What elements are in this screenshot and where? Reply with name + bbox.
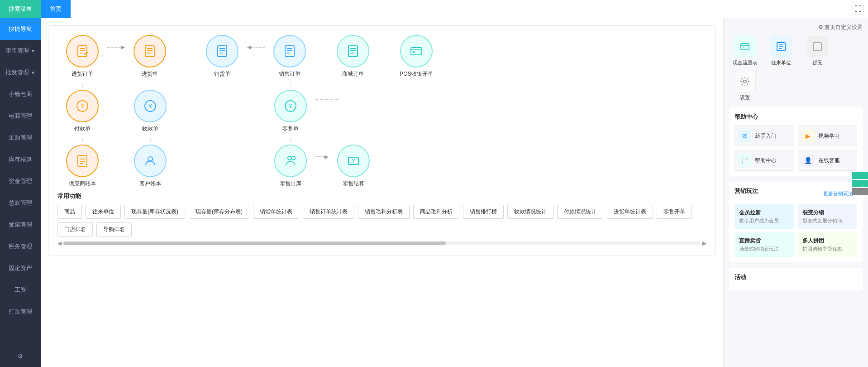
svg-text:¥: ¥ [288,102,292,110]
marketing-member[interactable]: 会员拉新 吸引用户成为会员 [734,204,794,229]
activity-card: 活动 [729,268,863,291]
svg-text:¥: ¥ [351,158,355,164]
sidebar: 快捷导航 零售管理▼ 批发管理▼ 小畅电商 电商管理 采购管理 库存核算 资金管… [0,18,41,367]
fullscreen-button[interactable]: ⛶ [853,4,863,14]
help-item-helpcenter[interactable]: 📄 帮助中心 [734,150,794,171]
flow-node-retail[interactable]: ¥ 零售单 [266,90,315,133]
sidebar-item-ledger[interactable]: 总账管理 [0,192,41,214]
svg-point-35 [291,156,295,160]
flow-node-shop-order[interactable]: 商城订单 [328,35,378,78]
common-btn-4[interactable]: 销货单统计表 [253,205,299,219]
play-icon: ▶ [802,130,815,142]
common-btn-1[interactable]: 往来单位 [86,205,121,219]
flow-node-sales[interactable]: 销货单 [197,35,247,78]
quick-icon-settings[interactable]: 设置 [729,71,761,101]
scroll-left[interactable]: ◀ [57,240,62,246]
common-btn-14[interactable]: 导购排名 [96,222,132,237]
main-panel: 进货订单 ▶ 进货单 [41,18,723,367]
svg-point-34 [288,156,291,160]
common-btn-6[interactable]: 销售毛利分析表 [358,205,410,219]
sidebar-item-finance[interactable]: 资金管理 [0,170,41,192]
svg-text:¥: ¥ [80,102,84,110]
float-buttons: 客服热线 服务社区 桌面快捷 [852,172,868,195]
marketing-group[interactable]: 多人拼团 拼团购物享受优惠 [798,232,858,257]
common-btn-10[interactable]: 付款情况统计 [557,205,603,219]
float-btn-community[interactable]: 服务社区 [852,180,868,187]
flow-diagram: 进货订单 ▶ 进货单 [48,25,716,256]
doc-icon: 📄 [739,154,751,167]
sidebar-item-purchase[interactable]: 采购管理 [0,127,41,149]
sidebar-item-tax[interactable]: 税务管理 [0,236,41,257]
common-btn-12[interactable]: 零售开单 [657,205,692,219]
scrollbar: ◀ ▶ [57,240,706,246]
common-btn-3[interactable]: 现存量(库存分布表) [189,205,249,219]
common-btn-11[interactable]: 进货单统计表 [607,205,653,219]
scroll-right[interactable]: ▶ [702,240,706,246]
marketing-header: 营销玩法 更多营销玩法 > [734,187,857,200]
svg-rect-45 [813,43,821,51]
sidebar-item-quicknav[interactable]: 快捷导航 [0,18,41,40]
marketing-title: 营销玩法 [734,187,758,195]
quick-icon-none[interactable]: 暂无 [801,36,833,66]
flow-node-pos[interactable]: POS收银开单 [391,35,441,78]
sidebar-item-ecommerce[interactable]: 电商管理 [0,105,41,127]
common-btn-2[interactable]: 现存量(库存状况表) [124,205,185,219]
mail-icon: ✉ [739,130,751,142]
help-center-card: 帮助中心 ✉ 新手入门 ▶ 视频学习 📄 帮助中心 👤 [729,107,863,176]
common-btn-0[interactable]: 商品 [57,205,82,219]
help-center-title: 帮助中心 [734,113,857,121]
common-btn-9[interactable]: 收款情况统计 [507,205,553,219]
customize-header[interactable]: ⚙ 首页自定义设置 [729,24,863,31]
sidebar-item-retail[interactable]: 零售管理▼ [0,40,41,62]
flow-node-purchase[interactable]: 进货单 [125,35,175,78]
sidebar-item-salary[interactable]: 工资 [0,279,41,301]
quick-icon-cashflow[interactable]: 现金流量表 [729,36,761,66]
sidebar-settings[interactable]: ⚙ [0,345,41,367]
quick-nav-icons: 现金流量表 往来单位 暂无 [729,36,863,101]
flow-node-receipt[interactable]: ¥ 收款单 [125,90,175,133]
flow-node-customer-ledger[interactable]: 客户账本 [125,145,175,188]
activity-title: 活动 [734,273,857,281]
common-title: 常用功能 [57,192,706,200]
float-btn-desktop[interactable]: 桌面快捷 [852,188,868,195]
flow-node-payment[interactable]: ¥ 付款单 [57,90,107,133]
sidebar-item-ecommerce-small[interactable]: 小畅电商 [0,83,41,105]
quick-icon-contacts[interactable]: 往来单位 [765,36,797,66]
common-btn-7[interactable]: 商品毛利分析 [413,205,459,219]
common-btn-8[interactable]: 销售排行榜 [463,205,504,219]
sidebar-item-invoice[interactable]: 发票管理 [0,214,41,236]
sidebar-item-wholesale[interactable]: 批发管理▼ [0,62,41,83]
help-grid: ✉ 新手入门 ▶ 视频学习 📄 帮助中心 👤 在线客服 [734,126,857,171]
common-section: 常用功能 商品 往来单位 现存量(库存状况表) 现存量(库存分布表) 销货单统计… [57,192,706,237]
right-panel: ⚙ 首页自定义设置 现金流量表 往来单位 [723,18,868,367]
svg-rect-22 [413,51,415,53]
sidebar-item-assets[interactable]: 固定资产 [0,257,41,279]
common-btn-5[interactable]: 销售订单统计表 [303,205,354,219]
help-item-beginner[interactable]: ✉ 新手入门 [734,126,794,146]
svg-point-46 [744,80,746,83]
help-item-online-service[interactable]: 👤 在线客服 [798,150,858,171]
sidebar-item-admin[interactable]: 行政管理 [0,301,41,323]
svg-rect-20 [411,48,422,55]
tab-home[interactable]: 首页 [41,0,71,18]
flow-node-purchase-order[interactable]: 进货订单 [57,35,107,78]
sidebar-item-inventory[interactable]: 库存核算 [0,149,41,170]
svg-rect-38 [741,43,749,50]
help-item-video[interactable]: ▶ 视频学习 [798,126,858,146]
common-grid: 商品 往来单位 现存量(库存状况表) 现存量(库存分布表) 销货单统计表 销售订… [57,205,706,237]
common-btn-13[interactable]: 门店排名 [57,222,93,237]
flow-node-retail-out[interactable]: 零售出库 [266,145,315,188]
flow-node-supplier-ledger[interactable]: 供应商账本 [57,145,107,188]
float-btn-service[interactable]: 客服热线 [852,172,868,179]
svg-text:¥: ¥ [148,102,152,110]
flow-node-sales-order[interactable]: 销售订单 [265,35,315,78]
marketing-fission[interactable]: 裂变分销 裂变式发展分销商 [798,204,858,229]
flow-node-retail-settle[interactable]: ¥ 零售结算 [329,145,378,188]
marketing-live[interactable]: 直播卖货 场景式购物新玩法 [734,232,794,257]
scroll-thumb [63,241,446,245]
marketing-grid: 会员拉新 吸引用户成为会员 裂变分销 裂变式发展分销商 直播卖货 场景式购物新玩… [734,204,857,257]
marketing-card: 营销玩法 更多营销玩法 > 会员拉新 吸引用户成为会员 裂变分销 裂变式发展分销… [729,182,863,262]
search-menu[interactable]: 搜索菜单 [0,0,41,18]
scroll-track[interactable] [63,241,701,245]
user-icon: 👤 [802,154,815,167]
